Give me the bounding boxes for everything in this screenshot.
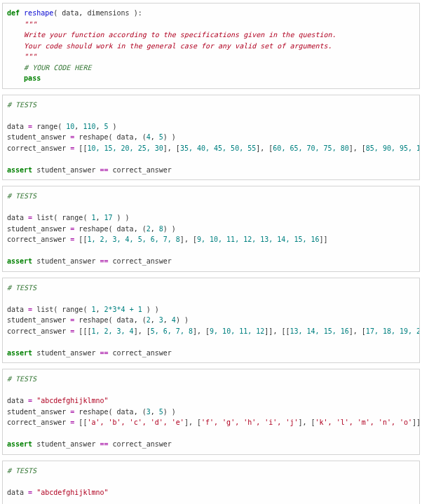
numbers: 1, 2, 3, 4, 5, 6, 7, 8	[87, 236, 179, 243]
assert-keyword: assert	[7, 166, 32, 174]
code-text: ) )	[142, 306, 159, 313]
code-cell-def: def reshape( data, dimensions ): """ Wri…	[2, 3, 420, 89]
numbers: 60, 65, 70, 75, 80	[273, 144, 348, 152]
code-text: reshape( data, (	[74, 133, 146, 141]
numbers: 5, 6, 7, 8	[151, 327, 193, 335]
code-text: ,	[74, 123, 83, 130]
code-text: student_answer	[7, 133, 70, 141]
code-cell-tests-3: # TESTS data = list( range( 1, 2*3*4 + 1…	[2, 278, 420, 364]
tests-header: # TESTS	[7, 284, 36, 292]
code-text: reshape( data, (	[74, 408, 146, 416]
code-cell-tests-5: # TESTS data = "abcdefghijklmno" try: re…	[2, 461, 420, 505]
code-block[interactable]: def reshape( data, dimensions ): """ Wri…	[7, 8, 415, 84]
code-text: correct_answer	[7, 327, 70, 335]
code-text: ) )	[163, 408, 176, 416]
code-block[interactable]: # TESTS data = list( range( 1, 17 ) ) st…	[7, 191, 415, 267]
tests-header: # TESTS	[7, 467, 36, 475]
docstring-line: Write your function according to the spe…	[24, 31, 336, 39]
code-text: student_answer	[7, 225, 70, 233]
code-text: student_answer	[32, 440, 100, 448]
code-text: ) )	[113, 214, 130, 222]
code-text: ,	[163, 316, 172, 324]
numbers: 13, 14, 15, 16	[290, 327, 348, 335]
code-text: ) )	[176, 316, 189, 324]
code-text: reshape( data, (	[74, 316, 146, 324]
code-text: [[	[74, 236, 87, 243]
numbers: 10, 15, 20, 25, 30	[87, 144, 163, 152]
code-text: ], [	[349, 327, 366, 335]
code-text: ], [	[163, 144, 180, 152]
code-text: ) )	[163, 225, 176, 233]
code-text: data	[7, 397, 28, 404]
code-block[interactable]: # TESTS data = list( range( 1, 2*3*4 + 1…	[7, 282, 415, 359]
code-text: correct_answer	[7, 236, 70, 243]
equals: =	[28, 397, 32, 404]
code-text: ], [	[180, 236, 197, 243]
code-text: ,	[95, 306, 104, 313]
number: 110	[83, 123, 95, 130]
code-text: student_answer	[32, 166, 100, 174]
code-text: ,	[151, 408, 159, 416]
assert-keyword: assert	[7, 349, 32, 357]
code-text: ,	[151, 316, 159, 324]
strings: 'k', 'l', 'm', 'n', 'o'	[315, 418, 412, 426]
code-text: data	[7, 489, 28, 496]
code-text: correct_answer	[7, 418, 70, 426]
code-block[interactable]: # TESTS data = range( 10, 110, 5 ) stude…	[7, 100, 415, 176]
tests-header: # TESTS	[7, 101, 36, 109]
strings: 'f', 'g', 'h', 'i', 'j'	[201, 418, 298, 426]
code-text: data	[7, 214, 28, 222]
code-text: correct_answer	[109, 166, 172, 174]
equals: =	[28, 489, 32, 496]
code-text: student_answer	[7, 316, 70, 324]
string: "abcdefghijklmno"	[36, 489, 108, 496]
code-text: correct_answer	[7, 144, 70, 152]
code-text: data	[7, 123, 28, 130]
code-text: list( range(	[32, 214, 91, 222]
strings: 'a', 'b', 'c', 'd', 'e'	[87, 418, 184, 426]
eqeq: ==	[100, 257, 108, 265]
numbers: 85, 90, 95, 100, 105	[366, 144, 420, 152]
tests-header: # TESTS	[7, 375, 36, 383]
code-cell-tests-4: # TESTS data = "abcdefghijklmno" student…	[2, 369, 420, 455]
eqeq: ==	[100, 349, 108, 357]
pass-keyword: pass	[24, 74, 41, 82]
def-keyword: def	[7, 9, 20, 17]
code-text: [[	[74, 418, 87, 426]
docstring-open: """	[24, 20, 36, 28]
numbers: 9, 10, 11, 12, 13, 14, 15, 16	[197, 236, 320, 243]
code-text: data	[7, 306, 28, 313]
code-text: [[[	[74, 327, 91, 335]
number: 17	[104, 214, 113, 222]
code-block[interactable]: # TESTS data = "abcdefghijklmno" try: re…	[7, 465, 415, 505]
code-text: [[	[74, 144, 87, 152]
code-text: student_answer	[32, 349, 100, 357]
numbers: 1, 2, 3, 4	[91, 327, 133, 335]
code-text: ], [	[134, 327, 151, 335]
code-text: ,	[95, 123, 104, 130]
docstring-close: """	[24, 53, 36, 60]
code-text: reshape( data, (	[74, 225, 146, 233]
code-text: ]], [[	[264, 327, 290, 335]
code-text: ], [	[184, 418, 201, 426]
comment: # YOUR CODE HERE	[24, 64, 91, 71]
numbers: 35, 40, 45, 50, 55	[180, 144, 256, 152]
number: 10	[66, 123, 74, 130]
numbers: 17, 18, 19, 20	[366, 327, 420, 335]
code-text: correct_answer	[109, 349, 172, 357]
code-text: ], [	[256, 144, 273, 152]
code-block[interactable]: # TESTS data = "abcdefghijklmno" student…	[7, 374, 415, 450]
code-text: student_answer	[32, 257, 100, 265]
code-cell-tests-2: # TESTS data = list( range( 1, 17 ) ) st…	[2, 186, 420, 272]
fn-name: reshape	[24, 9, 53, 17]
code-text: ], [	[349, 144, 366, 152]
code-text: student_answer	[7, 408, 70, 416]
code-text: ,	[151, 133, 159, 141]
code-text: correct_answer	[109, 257, 172, 265]
code-text: range(	[32, 123, 66, 130]
eqeq: ==	[100, 440, 108, 448]
fn-sig: ( data, dimensions ):	[53, 9, 142, 17]
code-text: list( range(	[32, 306, 91, 313]
code-cell-tests-1: # TESTS data = range( 10, 110, 5 ) stude…	[2, 95, 420, 181]
expr: 2*3*4 + 1	[104, 306, 142, 313]
